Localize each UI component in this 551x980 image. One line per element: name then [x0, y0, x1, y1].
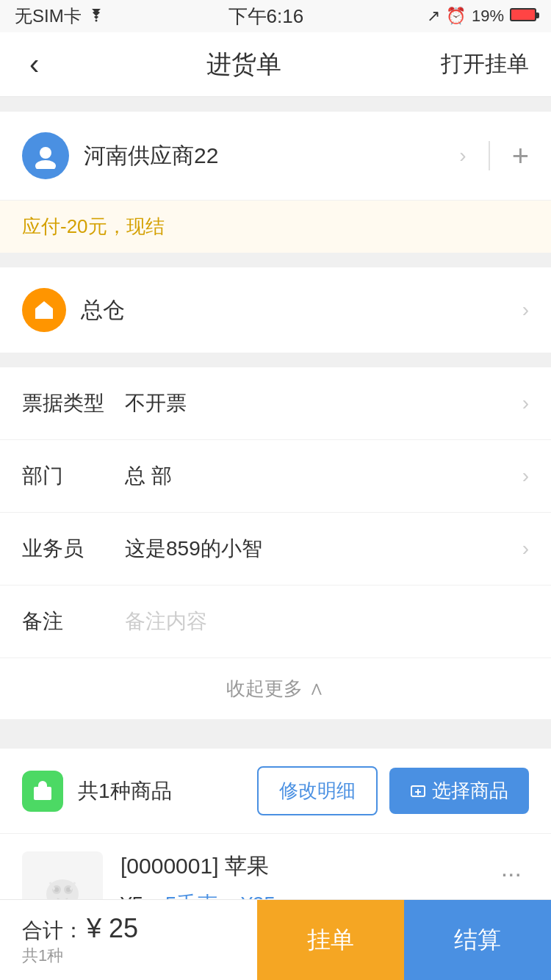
- total-amount: ¥ 25: [87, 913, 138, 944]
- carrier-text: 无SIM卡: [15, 4, 82, 28]
- location-icon: ↗: [427, 7, 440, 26]
- svg-point-12: [66, 887, 71, 892]
- notice-text: 应付-20元，现结: [22, 215, 165, 237]
- hang-button[interactable]: 挂单: [257, 900, 404, 980]
- sales-row[interactable]: 业务员 这是859的小智 ›: [0, 513, 551, 586]
- invoice-row[interactable]: 票据类型 不开票 ›: [0, 367, 551, 440]
- open-hang-button[interactable]: 打开挂单: [441, 49, 529, 79]
- product-code: [0000001]: [120, 854, 225, 878]
- alarm-icon: ⏰: [446, 7, 466, 26]
- dept-chevron: ›: [522, 464, 529, 488]
- notice-bar: 应付-20元，现结: [0, 201, 551, 253]
- product-name: [0000001] 苹果: [120, 851, 494, 882]
- sales-chevron: ›: [522, 537, 529, 561]
- collapse-button[interactable]: 收起更多 ∧: [226, 676, 324, 702]
- svg-rect-4: [34, 787, 51, 800]
- sales-label: 业务员: [22, 535, 110, 563]
- supplier-section: 河南供应商22 › + 应付-20元，现结: [0, 112, 551, 253]
- nav-bar: ‹ 进货单 打开挂单: [0, 32, 551, 97]
- select-product-label: 选择商品: [432, 778, 508, 804]
- bottom-bar: 合计： ¥ 25 共1种 挂单 结算: [0, 899, 551, 980]
- warehouse-row[interactable]: 总仓 ›: [0, 267, 551, 353]
- svg-point-1: [40, 147, 51, 159]
- remark-value: 备注内容: [110, 608, 529, 635]
- supplier-row[interactable]: 河南供应商22 › +: [0, 112, 551, 201]
- supplier-name: 河南供应商22: [84, 141, 459, 171]
- invoice-label: 票据类型: [22, 389, 110, 417]
- total-section: 合计： ¥ 25 共1种: [0, 900, 257, 980]
- supplier-avatar: [22, 132, 69, 179]
- svg-point-0: [95, 20, 97, 22]
- status-time: 下午6:16: [228, 4, 304, 29]
- invoice-chevron: ›: [522, 392, 529, 415]
- select-product-button[interactable]: 选择商品: [389, 768, 529, 814]
- warehouse-name: 总仓: [81, 295, 522, 325]
- dept-row[interactable]: 部门 总 部 ›: [0, 440, 551, 513]
- svg-rect-3: [40, 311, 48, 319]
- gap-2: [0, 719, 551, 734]
- warehouse-chevron: ›: [522, 298, 529, 322]
- products-header: 共1种商品 修改明细 选择商品: [0, 749, 551, 834]
- svg-point-2: [35, 160, 56, 169]
- dept-label: 部门: [22, 462, 110, 490]
- products-icon: [22, 771, 63, 812]
- status-right: ↗ ⏰ 19%: [427, 7, 536, 26]
- supplier-chevron: ›: [459, 144, 466, 167]
- product-title: 苹果: [225, 854, 269, 878]
- back-button[interactable]: ‹: [22, 40, 46, 88]
- product-more-button[interactable]: ···: [494, 851, 529, 895]
- battery-text: 19%: [472, 7, 504, 26]
- edit-detail-button[interactable]: 修改明细: [257, 766, 378, 815]
- wifi-icon: [87, 6, 105, 26]
- invoice-value: 不开票: [110, 389, 522, 417]
- products-count: 共1种商品: [78, 777, 257, 805]
- page-title: 进货单: [206, 48, 281, 82]
- main-content: 河南供应商22 › + 应付-20元，现结 总仓 › 票据类型 不开票 ›: [0, 97, 551, 980]
- remark-row[interactable]: 备注 备注内容: [0, 586, 551, 657]
- supplier-divider: [489, 141, 490, 170]
- remark-label: 备注: [22, 608, 110, 635]
- collapse-section[interactable]: 收起更多 ∧: [0, 657, 551, 719]
- supplier-add-button[interactable]: +: [512, 140, 529, 173]
- total-label: 合计：: [22, 917, 84, 945]
- status-left: 无SIM卡: [15, 4, 105, 28]
- total-count: 共1种: [22, 945, 235, 967]
- status-bar: 无SIM卡 下午6:16 ↗ ⏰ 19%: [0, 0, 551, 32]
- form-section: 票据类型 不开票 › 部门 总 部 › 业务员 这是859的小智 › 备注 备注…: [0, 367, 551, 657]
- settle-button[interactable]: 结算: [404, 900, 551, 980]
- dept-value: 总 部: [110, 462, 522, 490]
- battery-icon-container: [510, 7, 536, 26]
- sales-value: 这是859的小智: [110, 535, 522, 563]
- gap-1: [0, 97, 551, 112]
- warehouse-section: 总仓 ›: [0, 267, 551, 353]
- svg-point-11: [54, 887, 59, 892]
- warehouse-icon: [22, 288, 66, 332]
